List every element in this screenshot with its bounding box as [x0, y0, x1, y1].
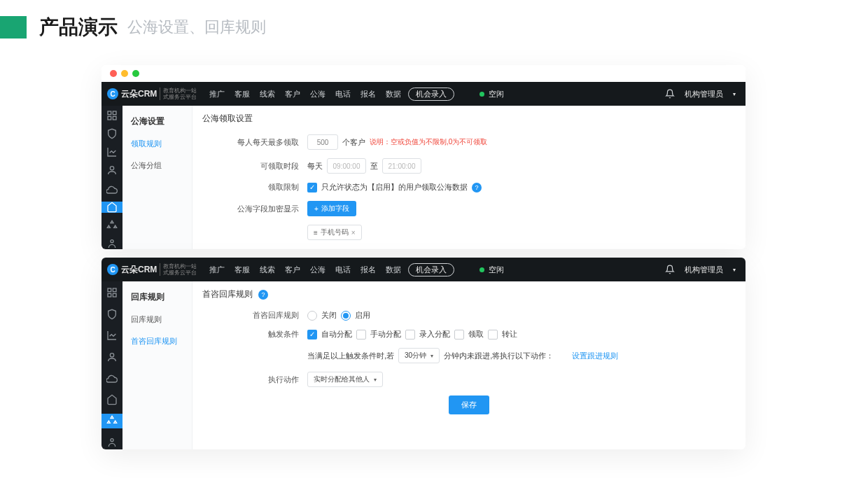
- rail-shield-icon[interactable]: [106, 128, 118, 139]
- rail2-cloud-icon[interactable]: [106, 372, 118, 384]
- side-menu-2: 回库规则 回库规则 首咨回库规则: [122, 281, 192, 449]
- chip-remove-icon[interactable]: ×: [351, 229, 356, 237]
- nav-item-gonghai[interactable]: 公海: [310, 89, 326, 99]
- checkbox-limit[interactable]: ✓: [307, 183, 317, 192]
- select-action[interactable]: 实时分配给其他人▾: [307, 372, 383, 387]
- row-encrypt: 公海字段加密显示 +添加字段: [202, 201, 736, 216]
- screenshot-card-gonghai: C 云朵CRM 教育机构一站式服务云平台 推广 客服 线索 客户 公海 电话 报…: [102, 65, 746, 249]
- radio-on[interactable]: [341, 311, 351, 321]
- side-item-fenzu[interactable]: 公海分组: [122, 155, 192, 176]
- side-item-huiku[interactable]: 回库规则: [122, 309, 192, 330]
- page-subtitle: 公海设置、回库规则: [127, 17, 266, 38]
- radio-off[interactable]: [307, 311, 317, 321]
- rail2-shield-icon[interactable]: [106, 309, 118, 320]
- brand-tagline: 教育机构一站式服务云平台: [160, 88, 197, 100]
- svg-rect-0: [108, 111, 111, 115]
- nav2-action-button[interactable]: 机会录入: [408, 263, 454, 276]
- rail2-user-icon[interactable]: [106, 351, 118, 363]
- nav-item-phone[interactable]: 电话: [335, 89, 351, 99]
- help-icon[interactable]: ?: [472, 183, 482, 192]
- side-item-lingqu[interactable]: 领取规则: [122, 133, 192, 155]
- nav2-item-gonghai[interactable]: 公海: [310, 265, 326, 275]
- rail-user-icon[interactable]: [106, 164, 118, 176]
- chk-input[interactable]: [405, 330, 415, 340]
- row-encrypt-chips: ≡手机号码 ×: [202, 225, 736, 240]
- top-nav-2: C 云朵CRM 教育机构一站式服务云平台 推广 客服 线索 客户 公海 电话 报…: [102, 258, 746, 281]
- brand-2[interactable]: C 云朵CRM 教育机构一站式服务云平台: [102, 263, 202, 276]
- nav2-item-service[interactable]: 客服: [234, 265, 250, 275]
- side-item-shouzi[interactable]: 首咨回库规则: [122, 330, 192, 352]
- svg-rect-6: [108, 288, 111, 292]
- brand[interactable]: C 云朵CRM 教育机构一站式服务云平台: [102, 88, 202, 100]
- nav-action-button[interactable]: 机会录入: [408, 88, 454, 101]
- chk-manual-label: 手动分配: [370, 329, 401, 340]
- chevron-down-icon-2[interactable]: ▾: [733, 267, 736, 273]
- nav-item-data[interactable]: 数据: [386, 89, 401, 99]
- save-button[interactable]: 保存: [449, 396, 489, 414]
- row-trigger: 触发条件 ✓自动分配 手动分配 录入分配 领取 转让: [202, 329, 736, 340]
- nav-item-signup[interactable]: 报名: [360, 89, 376, 99]
- row-condition-text: 当满足以上触发条件时,若 30分钟▾ 分钟内未跟进,将执行以下动作： 设置跟进规…: [202, 348, 736, 363]
- svg-rect-9: [113, 294, 116, 298]
- mac-traffic-lights: [102, 65, 746, 82]
- chk-manual[interactable]: [356, 330, 366, 340]
- add-field-button[interactable]: +添加字段: [307, 201, 356, 216]
- rail-grid-icon[interactable]: [106, 110, 118, 121]
- label-action: 执行动作: [202, 374, 307, 385]
- chk-claim[interactable]: [454, 330, 464, 340]
- input-max-claim[interactable]: [307, 134, 338, 150]
- content-panel-2: 首咨回库规则? 首咨回库规则 关闭 启用 触发条件 ✓自动分配 手动分配 录入分…: [192, 281, 746, 449]
- chk-transfer[interactable]: [488, 330, 498, 340]
- rail-chart-icon[interactable]: [106, 146, 118, 158]
- content-title-2: 首咨回库规则?: [202, 288, 736, 300]
- svg-point-4: [110, 167, 113, 170]
- nav2-item-phone[interactable]: 电话: [335, 265, 351, 275]
- select-minutes[interactable]: 30分钟▾: [398, 348, 440, 363]
- help-icon-2[interactable]: ?: [258, 290, 268, 300]
- rail2-grid-icon[interactable]: [106, 287, 118, 298]
- prefix-daily: 每天: [307, 161, 323, 172]
- nav2-item-leads[interactable]: 线索: [260, 265, 275, 275]
- brand-name: 云朵CRM: [121, 88, 157, 100]
- label-limit: 领取限制: [202, 182, 307, 192]
- rail-cloud-icon[interactable]: [106, 183, 118, 195]
- bell-icon-2[interactable]: [665, 265, 675, 274]
- rail-home-icon[interactable]: [106, 202, 118, 213]
- svg-point-5: [111, 240, 113, 243]
- minimize-dot[interactable]: [121, 70, 128, 77]
- rail2-recycle-icon[interactable]: [106, 415, 118, 426]
- svg-point-11: [111, 438, 113, 441]
- row-limit: 领取限制 ✓ 只允许状态为【启用】的用户领取公海数据 ?: [202, 182, 736, 192]
- status-label: 空闲: [489, 89, 504, 99]
- screenshot-card-huiku: C 云朵CRM 教育机构一站式服务云平台 推广 客服 线索 客户 公海 电话 报…: [102, 258, 746, 449]
- rail2-home-icon[interactable]: [106, 394, 118, 405]
- input-time-end[interactable]: [382, 158, 421, 174]
- nav2-item-signup[interactable]: 报名: [360, 265, 376, 275]
- brand-logo-icon-2: C: [107, 264, 118, 275]
- svg-rect-8: [108, 294, 111, 298]
- zoom-dot[interactable]: [132, 70, 139, 77]
- nav2-item-data[interactable]: 数据: [386, 265, 401, 275]
- user-label-2[interactable]: 机构管理员: [685, 265, 723, 275]
- link-set-rule[interactable]: 设置跟进规则: [572, 351, 618, 361]
- rail-person-icon[interactable]: [106, 238, 118, 249]
- rail2-person-icon[interactable]: [106, 437, 118, 448]
- svg-rect-1: [113, 111, 116, 115]
- nav-item-leads[interactable]: 线索: [260, 89, 275, 99]
- bell-icon[interactable]: [665, 89, 675, 99]
- nav2-item-promo[interactable]: 推广: [209, 265, 225, 275]
- label-encrypt: 公海字段加密显示: [202, 204, 307, 214]
- content-title: 公海领取设置: [202, 113, 736, 125]
- nav2-item-customer[interactable]: 客户: [285, 265, 300, 275]
- chk-auto[interactable]: ✓: [307, 330, 317, 340]
- nav-item-service[interactable]: 客服: [234, 89, 250, 99]
- rail-recycle-icon[interactable]: [106, 220, 118, 231]
- icon-rail-2: [102, 281, 122, 449]
- input-time-start[interactable]: [327, 158, 366, 174]
- close-dot[interactable]: [110, 70, 117, 77]
- nav-item-customer[interactable]: 客户: [285, 89, 300, 99]
- user-label[interactable]: 机构管理员: [685, 89, 723, 99]
- nav-item-promo[interactable]: 推广: [209, 89, 225, 99]
- rail2-chart-icon[interactable]: [106, 330, 118, 341]
- chevron-down-icon[interactable]: ▾: [733, 91, 736, 97]
